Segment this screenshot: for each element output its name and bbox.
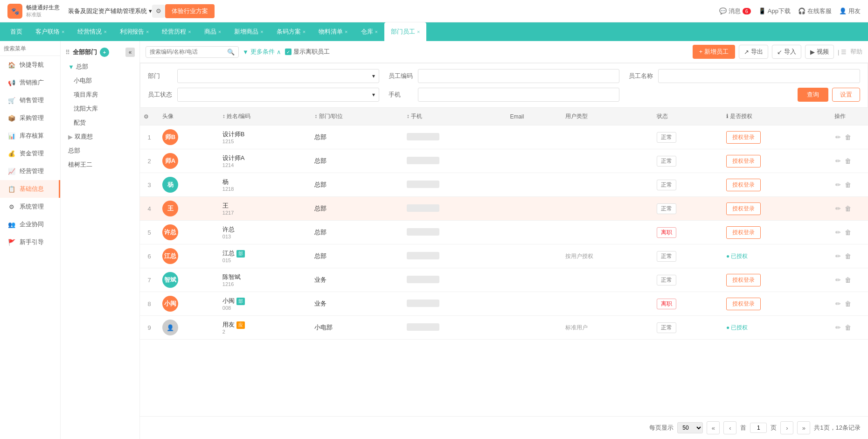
code-filter-input[interactable] — [418, 69, 620, 83]
tree-item-xiangmukufang[interactable]: 项目库房 — [61, 88, 139, 102]
dept-select[interactable]: ▾ — [177, 69, 379, 83]
edit-btn[interactable]: ✏ — [835, 229, 841, 236]
set-btn[interactable]: 设置 — [832, 88, 860, 102]
auth-login-btn[interactable]: 授权登录 — [726, 298, 761, 310]
tree-item-xiaodianbu[interactable]: 小电部 — [61, 74, 139, 88]
edit-btn[interactable]: ✏ — [835, 252, 841, 260]
delete-btn[interactable]: 🗑 — [845, 324, 851, 331]
sidebar-item-inventory[interactable]: 📊 库存核算 — [0, 127, 60, 145]
row-actions: ✏ 🗑 — [831, 125, 868, 149]
edit-btn[interactable]: ✏ — [835, 133, 841, 141]
tree-item-shenyangdaku[interactable]: 沈阳大库 — [61, 102, 139, 116]
first-page-btn[interactable]: « — [707, 421, 720, 434]
row-no: 6 — [140, 244, 159, 268]
name-filter-input[interactable] — [658, 69, 860, 83]
auth-login-btn[interactable]: 授权登录 — [726, 155, 761, 167]
add-dept-btn[interactable]: + — [100, 48, 109, 57]
try-btn[interactable]: 体验行业方案 — [165, 4, 215, 18]
query-btn[interactable]: 查询 — [798, 88, 828, 102]
delete-btn[interactable]: 🗑 — [845, 229, 851, 236]
auth-login-btn[interactable]: 授权登录 — [726, 226, 761, 239]
gear-button[interactable]: ⚙ — [152, 5, 165, 18]
system-select[interactable]: 装备及固定资产辅助管理系统 ▾ — [68, 7, 152, 15]
edit-btn[interactable]: ✏ — [835, 276, 841, 284]
tab-new-goods[interactable]: 新增商品× — [228, 22, 270, 41]
tree-item-zhishu[interactable]: 植树王二 — [61, 158, 139, 172]
status-filter-label: 员工状态 — [148, 91, 174, 99]
tab-profit[interactable]: 利润报告× — [113, 22, 155, 41]
message-btn[interactable]: 💬 消息 6 — [719, 7, 751, 15]
delete-btn[interactable]: 🗑 — [845, 181, 851, 188]
user-btn[interactable]: 👤 用友 — [839, 7, 861, 15]
import-icon: ↙ — [777, 49, 782, 56]
sidebar-item-sales[interactable]: 🛒 销售管理 — [0, 91, 60, 109]
tab-warehouse[interactable]: 仓库× — [354, 22, 384, 41]
more-conditions-btn[interactable]: ▼ 更多条件 ∧ — [243, 48, 281, 56]
col-settings-btn[interactable]: | ☰ — [838, 49, 847, 56]
tab-goods[interactable]: 商品× — [198, 22, 228, 41]
sidebar-item-marketing[interactable]: 📢 营销推广 — [0, 74, 60, 91]
last-page-btn[interactable]: » — [797, 421, 810, 434]
col-dept-header[interactable]: ↕ 部门/职位 — [311, 108, 403, 125]
employee-search-input[interactable] — [150, 49, 225, 55]
page-size-select[interactable]: 50 20 100 — [677, 422, 703, 433]
tab-bom[interactable]: 物料清单× — [312, 22, 354, 41]
delete-btn[interactable]: 🗑 — [845, 133, 851, 141]
delete-btn[interactable]: 🗑 — [845, 300, 851, 307]
edit-btn[interactable]: ✏ — [835, 157, 841, 165]
tab-home[interactable]: 首页 — [4, 22, 29, 41]
table-row: 3 杨 杨 1218 总部 正常 授权登录 ✏ 🗑 — [140, 173, 868, 197]
sidebar-search-input[interactable] — [4, 45, 61, 52]
col-name-header[interactable]: ↕ 姓名/编码 — [219, 108, 311, 125]
delete-btn[interactable]: 🗑 — [845, 252, 851, 260]
delete-btn[interactable]: 🗑 — [845, 157, 851, 165]
sidebar-item-purchase[interactable]: 📦 采购管理 — [0, 109, 60, 127]
video-btn[interactable]: ▶ 视频 — [805, 45, 834, 59]
tab-department[interactable]: 部门员工× — [384, 22, 426, 41]
tree-item-zongbu[interactable]: 总部 — [61, 144, 139, 158]
search-input-wrapper[interactable]: 🔍 — [146, 46, 239, 58]
export-btn[interactable]: ↗ 导出 — [739, 45, 768, 59]
sidebar-search-area[interactable]: 🔍 — [0, 41, 60, 56]
sidebar-item-basic-info[interactable]: 📋 基础信息 — [0, 180, 60, 198]
edit-btn[interactable]: ✏ — [835, 181, 841, 188]
collapse-btn[interactable]: « — [125, 48, 135, 57]
online-service-btn[interactable]: 🎧 在线客服 — [798, 7, 832, 15]
top-header: 🐾 畅捷通好生意 标准版 装备及固定资产辅助管理系统 ▾ ⚙ 体验行业方案 💬 … — [0, 0, 868, 22]
tree-item-shuanglu[interactable]: ▶ 双鹿想 — [61, 130, 139, 144]
page-number-input[interactable] — [750, 423, 767, 433]
add-employee-btn[interactable]: + 新增员工 — [693, 45, 735, 59]
delete-btn[interactable]: 🗑 — [845, 276, 851, 284]
purchase-icon: 📦 — [7, 114, 16, 122]
edit-btn[interactable]: ✏ — [835, 324, 841, 331]
sidebar-item-collab[interactable]: 👥 企业协同 — [0, 216, 60, 233]
show-resign-toggle[interactable]: ✓ 显示离职员工 — [285, 48, 330, 56]
auth-login-btn[interactable]: 授权登录 — [726, 274, 761, 286]
sidebar-item-system[interactable]: ⚙ 系统管理 — [0, 198, 60, 216]
sidebar-item-operation-mgmt[interactable]: 📈 经营管理 — [0, 162, 60, 180]
auth-login-btn[interactable]: 授权登录 — [726, 202, 761, 215]
tab-barcode[interactable]: 条码方案× — [270, 22, 312, 41]
tab-customer[interactable]: 客户联络× — [29, 22, 71, 41]
status-select[interactable]: ▾ — [177, 88, 379, 102]
edit-btn[interactable]: ✏ — [835, 205, 841, 212]
tab-history[interactable]: 经营历程× — [155, 22, 197, 41]
col-settings-header[interactable]: ⚙ — [140, 108, 159, 125]
tree-item-peihuo[interactable]: 配货 — [61, 116, 139, 130]
sidebar-item-finance[interactable]: 💰 资金管理 — [0, 145, 60, 162]
sidebar-item-quick-nav[interactable]: 🏠 快捷导航 — [0, 56, 60, 74]
tree-item-zongbu-parent[interactable]: ▼ 总部 — [61, 60, 139, 74]
delete-btn[interactable]: 🗑 — [845, 205, 851, 212]
next-page-btn[interactable]: › — [780, 421, 793, 434]
sidebar-item-guide[interactable]: 🚩 新手引导 — [0, 233, 60, 251]
app-download-btn[interactable]: 📱 App下载 — [758, 7, 791, 15]
prev-page-btn[interactable]: ‹ — [723, 421, 736, 434]
edit-btn[interactable]: ✏ — [835, 300, 841, 307]
auth-login-btn[interactable]: 授权登录 — [726, 131, 761, 144]
help-btn[interactable]: 帮助 — [850, 48, 862, 56]
tab-operation[interactable]: 经营情况× — [71, 22, 113, 41]
auth-login-btn[interactable]: 授权登录 — [726, 179, 761, 191]
import-btn[interactable]: ↙ 导入 — [772, 45, 801, 59]
phone-filter-input[interactable] — [418, 88, 620, 102]
col-phone-header[interactable]: ↕ 手机 — [403, 108, 507, 125]
